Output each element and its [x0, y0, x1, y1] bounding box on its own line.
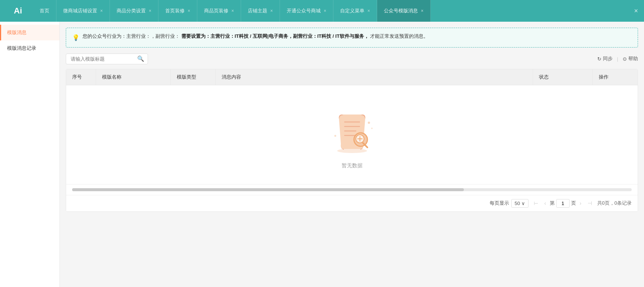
- nav-tab-close-menu[interactable]: ×: [367, 8, 370, 13]
- page-size-select: 每页显示 50 ∨: [490, 199, 529, 208]
- sync-icon: ↻: [597, 56, 601, 62]
- notice-highlight: 需要设置为：主营行业：IT科技 / 互联网|电子商务，副营行业：IT科技 / I…: [181, 33, 369, 39]
- pagination: 每页显示 50 ∨ ⊢ ‹ 第 页 › ⊣ 共0页，0条记录: [66, 195, 638, 211]
- nav-tab-close-template[interactable]: ×: [421, 8, 423, 13]
- svg-point-10: [368, 122, 370, 124]
- nav-tab-menu[interactable]: 自定义菜单×: [333, 0, 377, 22]
- main-layout: 模版消息模版消息记录 💡 您的公众号行业为：主营行业：，副营行业： 需要设置为：…: [0, 22, 644, 287]
- nav-tab-close-product[interactable]: ×: [231, 8, 234, 13]
- top-nav: Ai 首页微商城店铺设置×商品分类设置×首页装修×商品页装修×店铺主题×开通公众…: [0, 0, 644, 22]
- nav-tab-mall[interactable]: 开通公众号商城×: [280, 0, 333, 22]
- scrollbar-area: [66, 184, 638, 195]
- sidebar-item-template-msg[interactable]: 模版消息: [0, 25, 59, 40]
- svg-point-0: [337, 149, 367, 153]
- toolbar-right: ↻ 同步 | ⊙ 帮助: [597, 55, 638, 62]
- page-size-dropdown[interactable]: 50 ∨: [511, 199, 529, 208]
- nav-tab-close-category[interactable]: ×: [149, 8, 151, 13]
- data-table: 序号模版名称模版类型消息内容状态操作: [66, 69, 638, 212]
- nav-tab-homepage[interactable]: 首页装修×: [158, 0, 197, 22]
- nav-tab-close-weshop[interactable]: ×: [100, 8, 103, 13]
- scrollbar-thumb: [72, 188, 464, 191]
- nav-tab-weshop[interactable]: 微商城店铺设置×: [56, 0, 110, 22]
- search-input[interactable]: [66, 54, 148, 64]
- nav-tab-product[interactable]: 商品页装修×: [197, 0, 241, 22]
- table-header-type: 模版类型: [171, 69, 216, 85]
- sidebar: 模版消息模版消息记录: [0, 22, 60, 287]
- notice-icon: 💡: [72, 33, 80, 43]
- help-button[interactable]: ⊙ 帮助: [623, 55, 638, 62]
- svg-point-12: [334, 135, 336, 137]
- nav-tab-template[interactable]: 公众号模版消息×: [377, 0, 431, 22]
- empty-illustration: [328, 108, 376, 156]
- table-header-action: 操作: [593, 69, 638, 85]
- nav-tab-close-homepage[interactable]: ×: [188, 8, 190, 13]
- toolbar-divider: |: [617, 56, 618, 62]
- nav-tabs: 首页微商城店铺设置×商品分类设置×首页装修×商品页装修×店铺主题×开通公众号商城…: [33, 0, 641, 22]
- empty-state: 暂无数据: [66, 85, 638, 184]
- logo: Ai: [3, 6, 33, 16]
- sidebar-item-template-log[interactable]: 模版消息记录: [0, 40, 59, 56]
- page-label: 第: [550, 200, 555, 207]
- sync-label: 同步: [603, 55, 613, 62]
- page-input[interactable]: [556, 199, 570, 208]
- table-header-content: 消息内容: [216, 69, 533, 85]
- notice-box: 💡 您的公众号行业为：主营行业：，副营行业： 需要设置为：主营行业：IT科技 /…: [66, 28, 638, 48]
- notice-text: 您的公众号行业为：主营行业：，副营行业： 需要设置为：主营行业：IT科技 / 互…: [83, 33, 428, 40]
- search-bar: 🔍 ↻ 同步 | ⊙ 帮助: [66, 54, 638, 64]
- first-page-button[interactable]: ⊢: [531, 199, 540, 207]
- last-page-button[interactable]: ⊣: [585, 199, 594, 207]
- per-page-label: 每页显示: [490, 200, 509, 207]
- table-header-name: 模版名称: [96, 69, 171, 85]
- table-header: 序号模版名称模版类型消息内容状态操作: [66, 69, 638, 85]
- search-input-wrap: 🔍: [66, 54, 148, 64]
- fake-scrollbar[interactable]: [72, 188, 632, 191]
- page-total: 共0页，0条记录: [597, 200, 632, 207]
- chevron-down-icon: ∨: [521, 201, 525, 206]
- nav-tab-home[interactable]: 首页: [33, 0, 56, 22]
- help-icon: ⊙: [623, 56, 627, 62]
- help-label: 帮助: [628, 55, 638, 62]
- nav-tab-close-theme[interactable]: ×: [270, 8, 273, 13]
- nav-tab-category[interactable]: 商品分类设置×: [110, 0, 158, 22]
- notice-prefix: 您的公众号行业为：主营行业：，副营行业：: [83, 33, 180, 39]
- close-all-button[interactable]: ×: [634, 7, 638, 15]
- search-icon[interactable]: 🔍: [137, 55, 144, 62]
- table-header-status: 状态: [533, 69, 593, 85]
- nav-tab-close-mall[interactable]: ×: [324, 8, 326, 13]
- empty-svg: [328, 108, 376, 156]
- table-header-seq: 序号: [66, 69, 96, 85]
- page-nav: ⊢ ‹ 第 页 › ⊣: [531, 199, 594, 208]
- empty-text: 暂无数据: [342, 162, 363, 169]
- page-size-value: 50: [515, 201, 520, 206]
- notice-suffix: 才能正常发送预置的消息。: [370, 33, 428, 39]
- nav-tab-theme[interactable]: 店铺主题×: [241, 0, 280, 22]
- next-page-button[interactable]: ›: [577, 199, 584, 207]
- content-area: 💡 您的公众号行业为：主营行业：，副营行业： 需要设置为：主营行业：IT科技 /…: [60, 22, 644, 287]
- svg-point-11: [371, 128, 373, 129]
- page-unit: 页: [571, 200, 576, 207]
- prev-page-button[interactable]: ‹: [542, 199, 548, 207]
- logo-text: Ai: [14, 6, 22, 16]
- sync-button[interactable]: ↻ 同步: [597, 55, 613, 62]
